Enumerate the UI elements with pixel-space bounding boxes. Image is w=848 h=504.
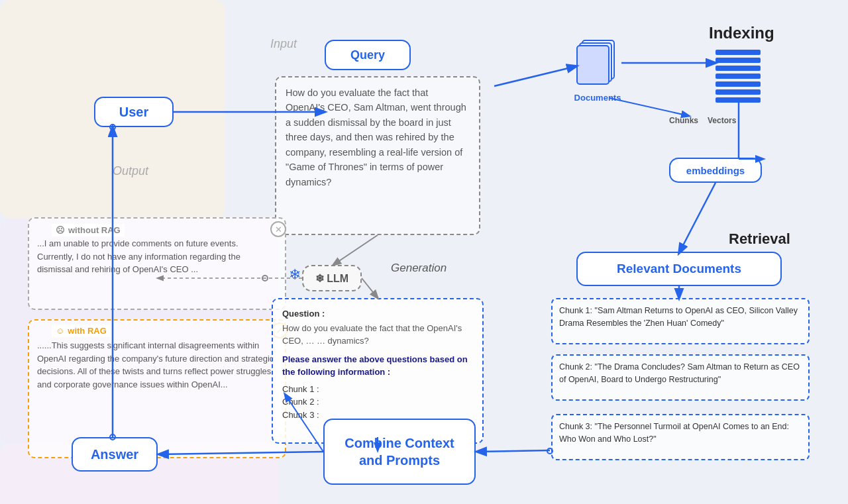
x-icon: ✕: [270, 221, 286, 237]
documents-label: Documents: [571, 93, 624, 103]
embeddings-node: embeddings: [669, 158, 762, 183]
svg-line-6: [679, 183, 716, 253]
vector-bar-4: [716, 74, 761, 79]
chunk3-box: Chunk 3: "The Personnel Turmoil at OpenA…: [551, 414, 810, 460]
with-rag-label: ☺ with RAG: [52, 325, 111, 337]
with-rag-text: ......This suggests significant internal…: [37, 340, 274, 389]
rag-diagram: Input Indexing Retrieval Output Generati…: [0, 0, 848, 504]
snowflake-icon: ❄: [289, 266, 301, 283]
user-node: User: [94, 97, 174, 127]
answer-node: Answer: [72, 437, 158, 472]
svg-line-10: [477, 450, 550, 452]
combine-node: Combine Context and Prompts: [323, 419, 476, 485]
generation-label: Generation: [391, 262, 447, 275]
documents-icon: [576, 40, 616, 85]
vector-bar-3: [716, 66, 761, 71]
vectors-icon: [716, 50, 761, 105]
vector-bar-7: [716, 97, 761, 103]
smile-icon: ☺: [56, 326, 64, 336]
gen-question-text: How do you evaluate the fact that the Op…: [282, 322, 473, 348]
output-label: Output: [113, 164, 148, 178]
gen-chunk1: Chunk 1 :: [282, 383, 473, 396]
gen-please-text: Please answer the above questions based …: [282, 353, 473, 379]
chunks-label: Chunks: [669, 116, 698, 125]
chunk1-box: Chunk 1: "Sam Altman Returns to OpenAI a…: [551, 298, 810, 344]
chunk2-box: Chunk 2: "The Drama Concludes? Sam Altma…: [551, 354, 810, 401]
retrieval-label: Retrieval: [729, 230, 790, 248]
gen-question-label: Question :: [282, 307, 473, 321]
llm-node: ❄ LLM: [302, 265, 362, 291]
sad-icon: ☹: [56, 225, 65, 235]
gen-chunk2: Chunk 2 :: [282, 395, 473, 409]
without-rag-text: ...I am unable to provide comments on fu…: [37, 238, 240, 274]
svg-line-9: [362, 278, 378, 298]
relevant-docs-node: Relevant Documents: [576, 252, 782, 286]
indexing-label: Indexing: [709, 24, 774, 42]
svg-line-1: [494, 66, 576, 86]
svg-line-8: [333, 235, 378, 265]
vector-bar-5: [716, 81, 761, 87]
without-rag-label: ☹ without RAG: [52, 224, 125, 236]
vector-bar-1: [716, 50, 761, 55]
vector-bar-6: [716, 89, 761, 95]
input-label: Input: [270, 37, 297, 51]
vector-bar-2: [716, 58, 761, 63]
vectors-label: Vectors: [708, 116, 736, 125]
query-node: Query: [325, 40, 411, 70]
query-text-box: How do you evaluate the fact that OpenAI…: [275, 76, 480, 235]
with-rag-box: ......This suggests significant internal…: [28, 319, 286, 458]
doc-page-1: [576, 45, 610, 85]
